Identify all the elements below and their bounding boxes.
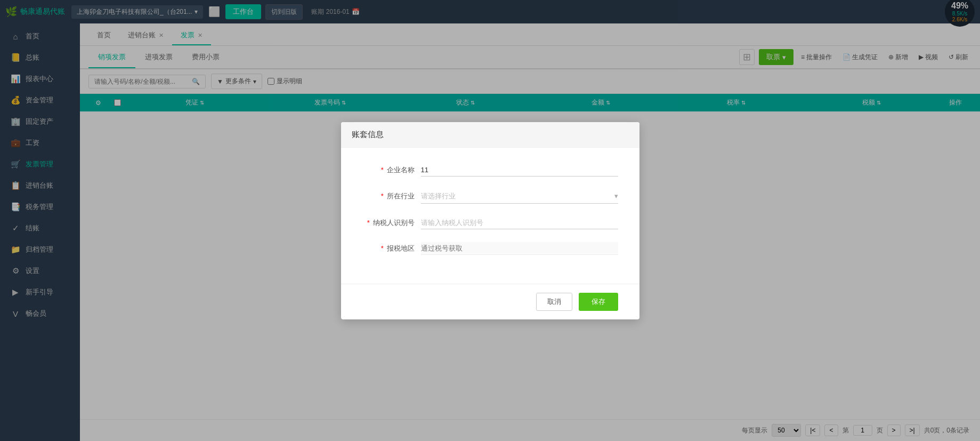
dialog-body: * 企业名称 * 所在行业 请选择行业 ▾ * 纳 [341,148,639,284]
form-row-industry: * 所在行业 请选择行业 ▾ [362,189,618,204]
dialog-header: 账套信息 [341,122,639,148]
form-row-tax-region: * 报税地区 [362,242,618,255]
tax-region-input [421,242,618,255]
save-button[interactable]: 保存 [579,293,618,311]
company-name-label: * 企业名称 [362,165,421,175]
company-name-input[interactable] [421,164,618,177]
tax-id-label: * 纳税人识别号 [362,218,421,228]
label-text: 报税地区 [387,244,415,252]
label-text: 企业名称 [387,166,415,174]
cancel-button[interactable]: 取消 [536,293,572,311]
chevron-down-icon: ▾ [614,192,618,200]
dialog-footer: 取消 保存 [341,284,639,319]
label-text: 纳税人识别号 [373,219,415,227]
label-text: 所在行业 [387,192,415,200]
tax-region-label: * 报税地区 [362,244,421,253]
form-row-tax-id: * 纳税人识别号 [362,217,618,229]
industry-select[interactable]: 请选择行业 ▾ [421,189,618,204]
modal-overlay: 账套信息 * 企业名称 * 所在行业 请选择行业 ▾ [0,0,980,441]
account-info-dialog: 账套信息 * 企业名称 * 所在行业 请选择行业 ▾ [341,122,639,319]
industry-placeholder: 请选择行业 [421,191,456,201]
form-row-company-name: * 企业名称 [362,164,618,177]
required-mark: * [367,219,370,227]
tax-id-input[interactable] [421,217,618,229]
required-mark: * [381,166,384,174]
dialog-title: 账套信息 [352,130,384,139]
required-mark: * [381,244,384,252]
required-mark: * [381,192,384,200]
industry-label: * 所在行业 [362,191,421,201]
